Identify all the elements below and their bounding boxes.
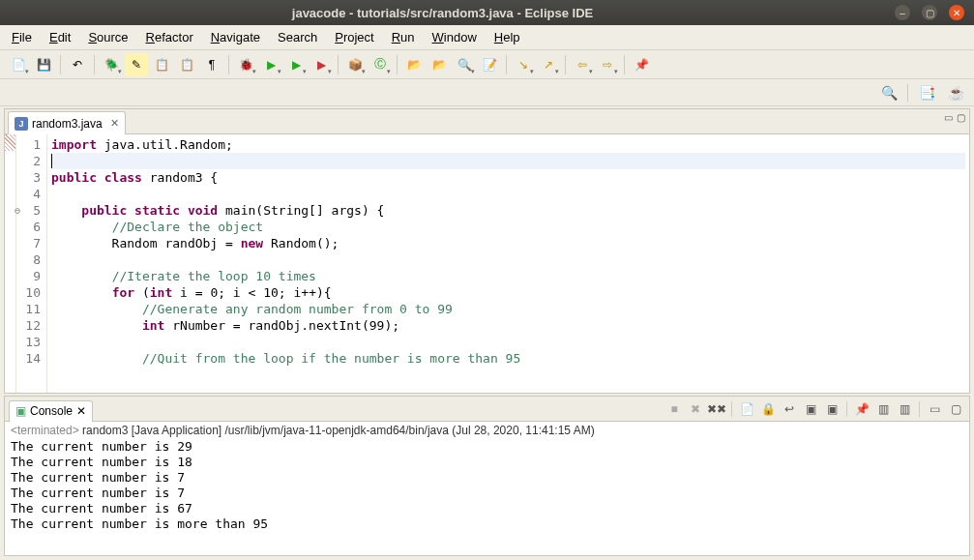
quick-access-bar: 🔍 📑 ☕: [0, 79, 974, 106]
console-launch-info: <terminated> random3 [Java Application] …: [5, 422, 969, 439]
console-icon: ▣: [15, 404, 26, 418]
menu-navigate[interactable]: Navigate: [203, 27, 268, 47]
code-line[interactable]: Random randObj = new Random();: [51, 235, 965, 251]
run-button[interactable]: ▶: [259, 53, 282, 76]
debug-runconfig-button[interactable]: 🪲: [100, 53, 123, 76]
menu-window[interactable]: Window: [425, 27, 485, 47]
java-file-icon: J: [15, 117, 28, 131]
pin-button[interactable]: 📌: [630, 53, 653, 76]
menu-search[interactable]: Search: [270, 27, 325, 47]
code-editor[interactable]: 1234567891011121314 import java.util.Ran…: [5, 134, 969, 393]
minimize-button[interactable]: –: [895, 5, 910, 20]
next-annotation-button[interactable]: ↘: [512, 53, 535, 76]
code-line[interactable]: for (int i = 0; i < 10; i++){: [51, 284, 965, 301]
forward-button[interactable]: ⇨: [596, 53, 619, 76]
maximize-view-button[interactable]: ▢: [946, 399, 965, 419]
toolbar-separator: [228, 55, 229, 74]
open-type-button[interactable]: 📂: [402, 53, 426, 76]
editor-tab-random3[interactable]: J random3.java ✕: [8, 111, 126, 134]
menu-edit[interactable]: Edit: [42, 27, 78, 47]
build-button[interactable]: 📋: [150, 53, 173, 76]
window-title: javacode - tutorials/src/random3.java - …: [0, 6, 885, 20]
external-tools-button[interactable]: ▶: [310, 53, 333, 76]
console-toolbar: ■ ✖ ✖✖ 📄 🔒 ↩ ▣ ▣ 📌 ▥ ▥ ▭ ▢: [664, 399, 965, 419]
toolbar-separator: [565, 55, 566, 74]
toggle-mark-button[interactable]: ¶: [200, 53, 223, 76]
open-perspective-button[interactable]: 📑: [916, 82, 937, 103]
close-icon[interactable]: ✕: [110, 117, 119, 130]
word-wrap-button[interactable]: ↩: [780, 399, 799, 419]
coverage-button[interactable]: ✎: [125, 53, 148, 76]
prev-annotation-button[interactable]: ↗: [537, 53, 560, 76]
show-console-button[interactable]: ▣: [801, 399, 820, 419]
toolbar-separator: [338, 55, 339, 74]
terminate-button[interactable]: ■: [664, 399, 684, 419]
console-tab[interactable]: ▣ Console ✕: [9, 400, 93, 422]
code-line[interactable]: int rNumber = randObj.nextInt(99);: [51, 317, 965, 334]
toolbar-separator: [94, 55, 95, 74]
new-package-button[interactable]: 📦: [343, 53, 367, 76]
toolbar-separator: [60, 55, 61, 74]
code-line[interactable]: public static void main(String[] args) {: [51, 202, 965, 219]
editor-tab-label: random3.java: [32, 117, 103, 131]
marker-bar: [5, 134, 16, 393]
new-button[interactable]: 📄: [7, 53, 30, 76]
save-button[interactable]: 💾: [32, 53, 55, 76]
close-icon[interactable]: ✕: [76, 404, 86, 418]
console-header: ▣ Console ✕ ■ ✖ ✖✖ 📄 🔒 ↩ ▣ ▣ 📌 ▥ ▥ ▭ ▢: [5, 397, 969, 422]
menu-project[interactable]: Project: [327, 27, 381, 47]
window-titlebar: javacode - tutorials/src/random3.java - …: [0, 0, 974, 25]
code-content[interactable]: import java.util.Random;public class ran…: [47, 134, 969, 393]
back-button[interactable]: ⇦: [571, 53, 594, 76]
menu-source[interactable]: Source: [80, 27, 135, 47]
editor-pane-controls: ▭ ▢: [944, 112, 965, 123]
menu-refactor[interactable]: Refactor: [138, 27, 201, 47]
java-perspective-button[interactable]: ☕: [945, 82, 966, 103]
open-console-button[interactable]: ▥: [895, 399, 914, 419]
code-line[interactable]: [51, 186, 965, 202]
maximize-button[interactable]: ▢: [922, 5, 937, 20]
minimize-view-button[interactable]: ▭: [944, 112, 953, 123]
console-tab-label: Console: [30, 404, 73, 418]
undo-button[interactable]: ↶: [66, 53, 89, 76]
new-class-button[interactable]: Ⓒ: [369, 53, 392, 76]
clear-console-button[interactable]: 📄: [737, 399, 756, 419]
editor-tab-bar: J random3.java ✕ ▭ ▢: [5, 109, 969, 134]
build-all-button[interactable]: 📋: [175, 53, 198, 76]
menu-run[interactable]: Run: [384, 27, 423, 47]
remove-launch-button[interactable]: ✖: [686, 399, 705, 419]
open-task-button[interactable]: 📂: [428, 53, 451, 76]
show-output-button[interactable]: ▣: [822, 399, 841, 419]
run-last-button[interactable]: ▶: [284, 53, 308, 76]
display-selected-button[interactable]: ▥: [873, 399, 893, 419]
separator: [907, 84, 908, 102]
code-line[interactable]: //Declare the object: [51, 219, 965, 235]
console-output[interactable]: The current number is 29 The current num…: [5, 439, 969, 555]
code-line[interactable]: [51, 251, 965, 268]
code-line[interactable]: //Iterate the loop 10 times: [51, 268, 965, 284]
minimize-view-button[interactable]: ▭: [925, 399, 944, 419]
maximize-view-button[interactable]: ▢: [957, 112, 965, 123]
code-line[interactable]: //Generate any random number from 0 to 9…: [51, 301, 965, 317]
close-button[interactable]: ✕: [949, 5, 964, 20]
annotation-button[interactable]: 📝: [478, 53, 501, 76]
code-line[interactable]: [51, 334, 965, 350]
debug-button[interactable]: 🐞: [234, 53, 257, 76]
separator: [846, 401, 847, 417]
code-line[interactable]: public class random3 {: [51, 169, 965, 186]
code-line[interactable]: import java.util.Random;: [51, 136, 965, 153]
menu-file[interactable]: File: [4, 27, 40, 47]
code-line[interactable]: [51, 153, 965, 169]
menu-bar: FileEditSourceRefactorNavigateSearchProj…: [0, 25, 974, 50]
search-button[interactable]: 🔍: [453, 53, 476, 76]
terminated-label: <terminated>: [11, 424, 79, 437]
remove-all-button[interactable]: ✖✖: [707, 399, 726, 419]
toolbar-separator: [397, 55, 398, 74]
code-line[interactable]: //Quit from the loop if the number is mo…: [51, 350, 965, 367]
main-toolbar: 📄 💾 ↶ 🪲 ✎ 📋 📋 ¶ 🐞 ▶ ▶ ▶ 📦 Ⓒ 📂 📂 🔍 📝 ↘ ↗ …: [0, 50, 974, 79]
scroll-lock-button[interactable]: 🔒: [758, 399, 778, 419]
search-icon[interactable]: 🔍: [878, 82, 900, 103]
editor-pane: J random3.java ✕ ▭ ▢ 1234567891011121314…: [4, 108, 970, 394]
pin-console-button[interactable]: 📌: [852, 399, 871, 419]
menu-help[interactable]: Help: [487, 27, 528, 47]
